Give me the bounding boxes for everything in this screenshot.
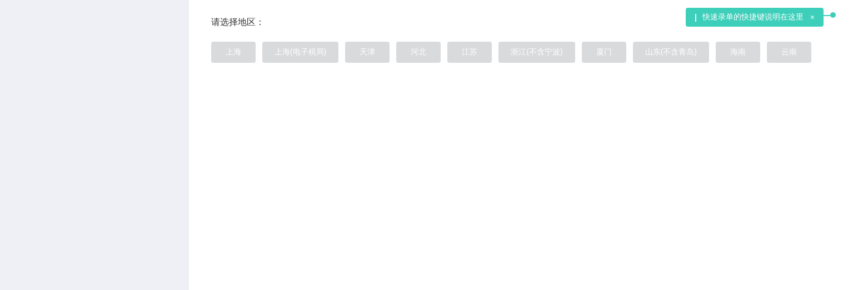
region-btn-xiamen[interactable]: 厦门 (582, 42, 626, 63)
region-btn-yunnan[interactable]: 云南 (767, 42, 811, 63)
region-buttons: 上海上海(电子税局)天津河北江苏浙江(不含宁波)厦门山东(不含青岛)海南云南 (211, 42, 846, 63)
region-btn-zhejiang[interactable]: 浙江(不含宁波) (498, 42, 575, 63)
region-btn-shanghai[interactable]: 上海 (211, 42, 256, 63)
left-sidebar (0, 0, 189, 290)
tooltip-connector-dot (830, 12, 836, 18)
tooltip-text: 快速录单的快捷键说明在这里 (702, 12, 804, 22)
region-btn-shanghai-etax[interactable]: 上海(电子税局) (262, 42, 338, 63)
tooltip-close-button[interactable]: × (810, 13, 815, 22)
region-btn-tianjin[interactable]: 天津 (345, 42, 390, 63)
region-btn-jiangsu[interactable]: 江苏 (447, 42, 492, 63)
region-btn-shandong[interactable]: 山东(不含青岛) (633, 42, 709, 63)
tooltip-banner: 快速录单的快捷键说明在这里 × (686, 8, 824, 27)
main-content: 请选择地区： 上海上海(电子税局)天津河北江苏浙江(不含宁波)厦门山东(不含青岛… (189, 0, 868, 290)
region-btn-hebei[interactable]: 河北 (396, 42, 441, 63)
region-btn-hainan[interactable]: 海南 (716, 42, 760, 63)
